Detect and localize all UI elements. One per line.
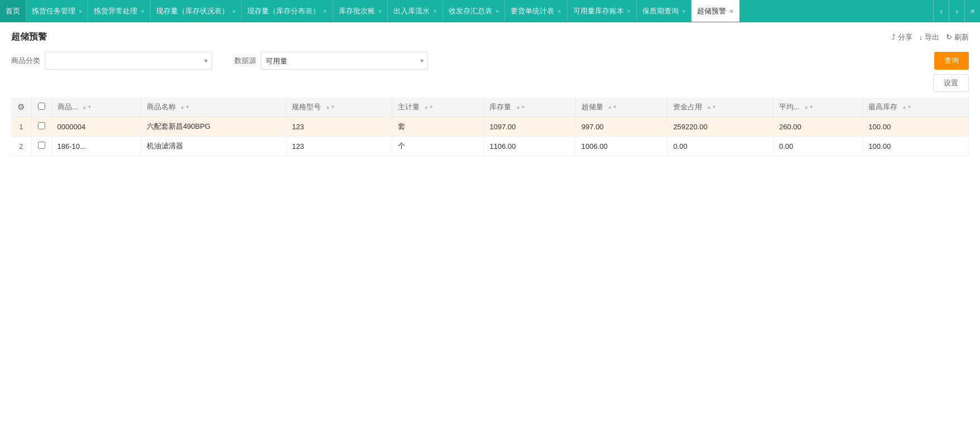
nav-label: 库存批次账 <box>339 6 375 16</box>
row-capital: 259220.00 <box>667 117 774 137</box>
nav-close-icon[interactable]: × <box>682 8 685 14</box>
nav-label: 拣货异常处理 <box>94 6 137 16</box>
nav-close-icon[interactable]: × <box>79 8 82 14</box>
nav-available-account[interactable]: 可用量库存账本 × <box>568 0 637 22</box>
nav-close-icon[interactable]: × <box>729 8 733 14</box>
nav-label: 现存量（库存状况表） <box>156 6 229 16</box>
nav-label: 拣货任务管理 <box>32 6 75 16</box>
table-row: 1 0000004 六配套新昌490BPG 123 套 1097.00 997.… <box>11 117 969 137</box>
col-avg: 平均... ▲▼ <box>773 98 862 117</box>
sort-icon[interactable]: ▲▼ <box>902 105 912 110</box>
nav-label: 要货单统计表 <box>511 6 554 16</box>
nav-prev-button[interactable]: ‹ <box>933 0 949 22</box>
refresh-button[interactable]: ↻ 刷新 <box>946 32 969 42</box>
nav-label: 收发存汇总表 <box>449 6 492 16</box>
row-overstock: 1006.00 <box>575 137 667 156</box>
nav-inventory-status[interactable]: 现存量（库存状况表） × <box>151 0 242 22</box>
col-unit-label: 主计量 <box>398 103 420 111</box>
nav-label: 现存量（库存分布表） <box>247 6 320 16</box>
row-overstock: 997.00 <box>575 117 667 137</box>
col-product-name-label: 商品名称 <box>147 103 176 111</box>
sort-icon[interactable]: ▲▼ <box>424 105 434 110</box>
row-num-cell: 2 <box>11 137 31 156</box>
nav-inout-flow[interactable]: 出入库流水 × <box>388 0 443 22</box>
sort-icon[interactable]: ▲▼ <box>707 105 717 110</box>
nav-overstock-warning[interactable]: 超储预警 × <box>691 0 739 22</box>
top-navigation: 首页 拣货任务管理 × 拣货异常处理 × 现存量（库存状况表） × 现存量（库存… <box>0 0 980 22</box>
col-inventory-label: 库存量 <box>489 103 511 111</box>
col-product-code-label: 商品... <box>57 103 78 111</box>
export-button[interactable]: ↓ 导出 <box>919 32 940 42</box>
col-capital-label: 资金占用 <box>673 103 702 111</box>
nav-next-button[interactable]: › <box>949 0 964 22</box>
nav-inventory-dist[interactable]: 现存量（库存分布表） × <box>242 0 333 22</box>
settings-button[interactable]: 设置 <box>933 74 969 92</box>
nav-task-mgmt[interactable]: 拣货任务管理 × <box>26 0 88 22</box>
nav-more-button[interactable]: × <box>964 0 980 22</box>
query-button[interactable]: 查询 <box>934 52 969 70</box>
settings-icon[interactable]: ⚙ <box>17 102 25 112</box>
row-capital: 0.00 <box>667 137 774 156</box>
sort-icon[interactable]: ▲▼ <box>804 105 814 110</box>
sort-icon[interactable]: ▲▼ <box>607 105 617 110</box>
nav-close-icon[interactable]: × <box>627 8 631 14</box>
select-all-checkbox[interactable] <box>38 103 45 110</box>
row-spec: 123 <box>286 117 392 137</box>
row-product-name: 六配套新昌490BPG <box>141 117 286 137</box>
row-num-cell: 1 <box>11 117 31 137</box>
nav-close-icon[interactable]: × <box>232 8 236 14</box>
row-inventory: 1097.00 <box>484 117 576 137</box>
category-select[interactable] <box>45 52 212 70</box>
sort-icon[interactable]: ▲▼ <box>516 105 526 110</box>
nav-arrows: ‹ › × <box>933 0 980 22</box>
refresh-label: 刷新 <box>954 32 969 42</box>
share-icon: ⤴ <box>892 33 896 41</box>
col-max-stock-label: 最高库存 <box>868 103 897 111</box>
row-product-code: 186-10... <box>51 137 141 156</box>
col-avg-label: 平均... <box>779 103 800 111</box>
datasource-select[interactable]: 可用量 库存量 <box>261 52 428 70</box>
refresh-icon: ↻ <box>946 33 952 41</box>
nav-label: 可用量库存账本 <box>573 6 624 16</box>
share-label: 分享 <box>898 32 912 42</box>
row-checkbox-cell <box>31 117 51 137</box>
share-button[interactable]: ⤴ 分享 <box>892 32 912 42</box>
page-content: 超储预警 ⤴ 分享 ↓ 导出 ↻ 刷新 商品分类 <box>0 22 980 165</box>
nav-close-icon[interactable]: × <box>558 8 561 14</box>
col-overstock-label: 超储量 <box>582 103 603 111</box>
col-spec-label: 规格型号 <box>292 103 321 111</box>
nav-close-icon[interactable]: × <box>378 8 382 14</box>
row-checkbox[interactable] <box>38 122 45 129</box>
row-checkbox[interactable] <box>38 142 45 149</box>
nav-close-icon[interactable]: × <box>141 8 144 14</box>
row-inventory: 1106.00 <box>484 137 576 156</box>
category-select-wrapper <box>45 52 212 70</box>
export-icon: ↓ <box>919 33 923 41</box>
export-label: 导出 <box>925 32 939 42</box>
nav-abnormal[interactable]: 拣货异常处理 × <box>88 0 150 22</box>
row-unit: 套 <box>392 117 484 137</box>
nav-collect-summary[interactable]: 收发存汇总表 × <box>443 0 505 22</box>
nav-batch-account[interactable]: 库存批次账 × <box>333 0 388 22</box>
nav-close-icon[interactable]: × <box>323 8 326 14</box>
sort-icon[interactable]: ▲▼ <box>180 105 190 110</box>
filter-row: 商品分类 数据源 可用量 库存量 <box>11 52 922 70</box>
nav-home[interactable]: 首页 <box>0 0 26 22</box>
col-capital: 资金占用 ▲▼ <box>667 98 774 117</box>
data-table: ⚙ 商品... ▲▼ 商品名称 ▲▼ 规格型号 ▲▼ 主计 <box>11 98 969 156</box>
col-settings: ⚙ <box>11 98 31 117</box>
nav-label: 出入库流水 <box>393 6 430 16</box>
datasource-select-wrapper: 可用量 库存量 <box>261 52 428 70</box>
sort-icon[interactable]: ▲▼ <box>325 105 335 110</box>
action-buttons-col: 查询 设置 <box>933 52 969 92</box>
row-unit: 个 <box>392 137 484 156</box>
nav-close-icon[interactable]: × <box>433 8 436 14</box>
col-spec: 规格型号 ▲▼ <box>286 98 392 117</box>
nav-close-icon[interactable]: × <box>496 8 499 14</box>
col-product-name: 商品名称 ▲▼ <box>141 98 286 117</box>
nav-shelf-life[interactable]: 保质期查询 × <box>637 0 691 22</box>
nav-order-stats[interactable]: 要货单统计表 × <box>505 0 567 22</box>
col-max-stock: 最高库存 ▲▼ <box>863 98 969 117</box>
sort-icon[interactable]: ▲▼ <box>82 105 92 110</box>
col-inventory: 库存量 ▲▼ <box>484 98 576 117</box>
